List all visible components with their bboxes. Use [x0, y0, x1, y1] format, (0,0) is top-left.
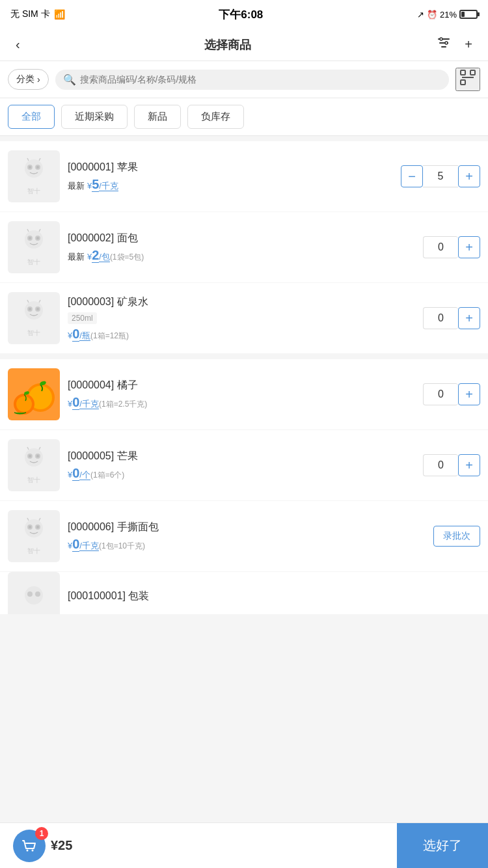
tab-all[interactable]: 全部 [8, 105, 55, 129]
quantity-input[interactable] [423, 165, 458, 187]
svg-point-34 [16, 396, 32, 412]
svg-rect-6 [470, 70, 475, 75]
product-thumbnail: 智十 [8, 510, 60, 562]
scan-button[interactable] [455, 68, 480, 91]
svg-point-13 [36, 166, 39, 169]
list-item: 智十 [0000001] 苹果 最新 ¥5/千克 − + [0, 141, 488, 211]
product-info: [0000004] 橘子 ¥0/千克(1箱=2.5千克) [68, 379, 415, 410]
svg-line-14 [27, 158, 29, 161]
product-name: [0000005] 芒果 [68, 450, 415, 463]
product-info: [0000006] 手撕面包 ¥0/千克(1包=10千克) [68, 521, 426, 552]
quantity-input[interactable] [423, 236, 458, 258]
product-list: 智十 [0000001] 苹果 最新 ¥5/千克 − + [0, 141, 488, 614]
increase-button[interactable]: + [458, 236, 480, 258]
status-right: ↗ ⏰ 21% [417, 10, 478, 20]
quantity-input[interactable] [423, 383, 458, 405]
tab-row: 全部 近期采购 新品 负库存 [0, 98, 488, 136]
svg-point-52 [35, 591, 40, 597]
svg-point-46 [29, 526, 31, 528]
svg-point-20 [36, 237, 39, 239]
svg-point-4 [445, 42, 448, 44]
svg-point-43 [25, 519, 43, 537]
owl-placeholder: 智十 [18, 299, 50, 338]
owl-placeholder: 智十 [18, 228, 50, 267]
increase-button[interactable]: + [458, 165, 480, 187]
search-input[interactable] [80, 74, 441, 85]
product-price: 最新 ¥2/包(1袋=5包) [68, 248, 415, 263]
tab-new[interactable]: 新品 [134, 105, 181, 129]
search-bar: 分类 › 🔍 [0, 61, 488, 98]
product-thumbnail [8, 368, 60, 420]
list-item: 智十 [0000005] 芒果 ¥0/个(1箱=6个) + [0, 430, 488, 500]
cart-total: ¥25 [51, 838, 72, 853]
list-item: 智十 [0000002] 面包 最新 ¥2/包(1袋=5包) + [0, 212, 488, 282]
product-name: [0000001] 苹果 [68, 161, 393, 174]
product-price: ¥0/千克(1箱=2.5千克) [68, 395, 415, 410]
battery-icon [459, 10, 478, 19]
price-label: 最新 [68, 181, 85, 191]
chevron-right-icon: › [37, 74, 40, 85]
quantity-control: + [423, 236, 480, 258]
product-thumbnail: 智十 [8, 292, 60, 344]
status-bar: 无 SIM 卡 📶 下午6:08 ↗ ⏰ 21% [0, 0, 488, 29]
svg-line-49 [39, 518, 40, 521]
tab-recent[interactable]: 近期采购 [61, 105, 128, 129]
svg-point-39 [29, 455, 31, 457]
status-left: 无 SIM 卡 📶 [10, 8, 65, 20]
svg-point-9 [25, 159, 43, 178]
list-item: [0000004] 橘子 ¥0/千克(1箱=2.5千克) + [0, 359, 488, 429]
list-item: 智十 [0000006] 手撕面包 ¥0/千克(1包=10千克) 录批次 [0, 501, 488, 571]
increase-button[interactable]: + [458, 454, 480, 476]
search-icon: 🔍 [63, 74, 76, 86]
owl-placeholder: 智十 [18, 446, 50, 485]
svg-point-23 [25, 301, 43, 319]
price-value: 5 [92, 177, 99, 192]
battery-percent: 21% [440, 10, 457, 20]
product-name: [0000002] 面包 [68, 232, 415, 245]
svg-point-16 [25, 230, 43, 249]
svg-point-54 [32, 849, 34, 851]
svg-point-12 [29, 166, 31, 169]
svg-line-21 [27, 229, 29, 232]
quantity-input[interactable] [423, 307, 458, 329]
svg-point-27 [36, 308, 39, 310]
cart-icon [20, 837, 38, 855]
svg-rect-7 [461, 80, 465, 85]
product-spec: 250ml [68, 312, 97, 324]
svg-point-26 [29, 308, 31, 310]
svg-point-50 [25, 586, 43, 604]
svg-line-28 [27, 300, 29, 303]
svg-line-15 [39, 158, 40, 161]
confirm-button[interactable]: 选好了 [397, 823, 488, 869]
svg-rect-5 [461, 70, 465, 75]
increase-button[interactable]: + [458, 307, 480, 329]
nav-right-buttons: + [431, 30, 478, 60]
product-info: [0000003] 矿泉水 250ml ¥0/瓶(1箱=12瓶) [68, 295, 415, 342]
back-button[interactable]: ‹ [10, 32, 25, 57]
location-icon: ↗ [417, 10, 424, 20]
filter-button[interactable] [431, 30, 457, 60]
tab-negative[interactable]: 负库存 [187, 105, 244, 129]
quantity-control: − + [401, 165, 480, 187]
batch-button[interactable]: 录批次 [433, 526, 480, 547]
list-item: [000100001] 包装 [0, 572, 488, 614]
quantity-control: + [423, 454, 480, 476]
product-thumbnail [8, 572, 60, 614]
cart-section: 1 ¥25 [0, 830, 397, 862]
carrier-label: 无 SIM 卡 [10, 8, 50, 20]
search-input-wrap: 🔍 [55, 70, 449, 90]
filter-icon [436, 35, 452, 51]
cart-icon-wrap[interactable]: 1 [13, 830, 46, 862]
add-button[interactable]: + [459, 32, 478, 57]
quantity-input[interactable] [423, 454, 458, 476]
status-time: 下午6:08 [219, 7, 263, 22]
svg-line-41 [27, 447, 29, 450]
product-name: [0000006] 手撕面包 [68, 521, 426, 534]
decrease-button[interactable]: − [401, 165, 423, 187]
category-button[interactable]: 分类 › [8, 69, 49, 90]
product-name: [0000004] 橘子 [68, 379, 415, 392]
increase-button[interactable]: + [458, 383, 480, 405]
owl-placeholder: 智十 [18, 517, 50, 556]
product-info: [0000001] 苹果 最新 ¥5/千克 [68, 161, 393, 192]
category-label: 分类 [16, 74, 34, 85]
